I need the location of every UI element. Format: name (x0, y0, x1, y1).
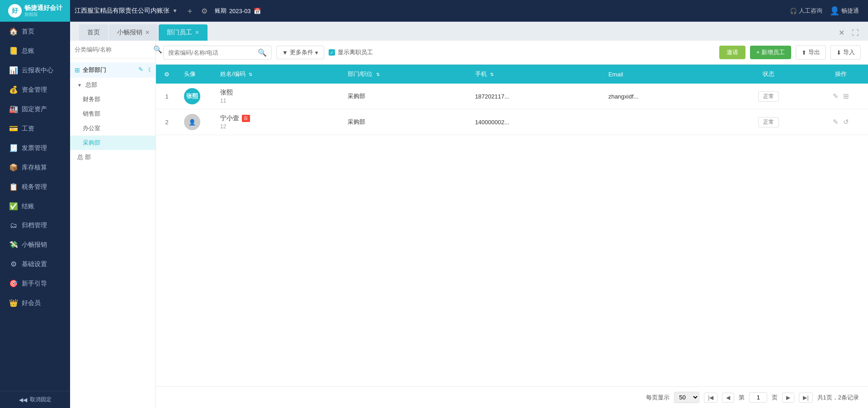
employee-table-container: ⚙ 头像 姓名/编码 ⇅ 部门/职位 ⇅ (156, 65, 868, 386)
ying-badge: 应 (242, 115, 250, 122)
tab-home[interactable]: 首页 (79, 24, 108, 41)
row-num-1: 1 (156, 84, 178, 109)
sidebar-item-expense[interactable]: 💸 小畅报销 (0, 235, 70, 254)
import-button[interactable]: ⬇ 导入 (830, 45, 861, 60)
col-actions: 操作 (814, 65, 868, 84)
tabs-bar: 首页 小畅报销 ✕ 部门员工 ✕ ✕ ⛶ (70, 22, 868, 41)
period-area: 账期 2023-03 📅 (215, 7, 261, 15)
dept-office[interactable]: 办公室 (70, 121, 156, 136)
next-page-button[interactable]: ▶ (782, 393, 794, 403)
dept-search-input[interactable] (75, 46, 151, 53)
sidebar-item-member[interactable]: 👑 好会员 (0, 293, 70, 313)
col-name[interactable]: 姓名/编码 ⇅ (214, 65, 341, 84)
window-controls: ✕ ⛶ (837, 27, 868, 41)
search-employee-icon[interactable]: 🔍 (258, 48, 267, 57)
page-size-select[interactable]: 50 100 (674, 392, 699, 403)
sidebar-bottom: ◀◀ 取消固定 (0, 391, 70, 408)
tax-icon: 📋 (9, 183, 18, 191)
user-avatar-icon: 👤 (830, 6, 840, 16)
headset-icon: 🎧 (790, 8, 797, 14)
expense-icon: 💸 (9, 240, 18, 249)
logout-icon-1[interactable]: ⊞ (843, 92, 849, 100)
email-cell-2 (602, 109, 723, 135)
add-employee-button[interactable]: + 新增员工 (750, 46, 791, 59)
status-cell-2: 正常 (723, 109, 814, 135)
sidebar-item-funds[interactable]: 💰 资金管理 (0, 80, 70, 99)
sidebar-item-guide[interactable]: 🎯 新手引导 (0, 274, 70, 293)
sidebar-item-tax[interactable]: 📋 税务管理 (0, 177, 70, 197)
action-cell-2: ✎ ↺ (814, 109, 868, 135)
phone-cell-2: 140000002... (469, 109, 602, 135)
employee-search-input[interactable] (168, 49, 255, 56)
sidebar-item-fixed-assets[interactable]: 🏭 固定资产 (0, 99, 70, 119)
dept-all[interactable]: ⊞ 全部部门 ✎ 《 (70, 62, 156, 78)
employee-search-box: 🔍 (163, 46, 272, 60)
page-input[interactable] (749, 392, 767, 403)
cancel-pin-button[interactable]: ◀◀ 取消固定 (0, 391, 70, 408)
tab-expense-close[interactable]: ✕ (145, 29, 150, 36)
prev-page-button[interactable]: ◀ (722, 393, 734, 403)
tab-dept-close[interactable]: ✕ (195, 29, 199, 36)
dept-finance[interactable]: 财务部 (70, 92, 156, 107)
logo-icon: 好 (8, 4, 22, 18)
sidebar-item-payroll[interactable]: 💳 工资 (0, 119, 70, 138)
col-phone[interactable]: 手机 ⇅ (469, 65, 602, 84)
calendar-icon[interactable]: 📅 (254, 8, 261, 14)
add-button[interactable]: ＋ (182, 5, 198, 16)
assets-icon: 🏭 (9, 105, 18, 113)
dept-head-office[interactable]: 总 部 (70, 150, 156, 164)
logo-text: 畅捷通好会计 (24, 4, 62, 12)
col-settings[interactable]: ⚙ (156, 65, 178, 84)
tab-expense[interactable]: 小畅报销 ✕ (109, 24, 158, 41)
ai-consult-button[interactable]: 🎧 人工咨询 (790, 7, 822, 15)
sidebar: 🏠 首页 📒 总账 📊 云报表中心 💰 资金管理 🏭 固定资产 💳 工资 🧾 发… (0, 22, 70, 408)
top-header: 好 畅捷通好会计 旗舰版 江西服宝精品有限责任公司内账张 ▼ ＋ ⚙ 账期 20… (0, 0, 868, 22)
sidebar-item-invoice[interactable]: 🧾 发票管理 (0, 138, 70, 158)
arrow-down-icon: ▼ (77, 83, 82, 88)
edit-icon-1[interactable]: ✎ (833, 92, 839, 100)
main-layout: 🏠 首页 📒 总账 📊 云报表中心 💰 资金管理 🏭 固定资产 💳 工资 🧾 发… (0, 22, 868, 408)
user-info[interactable]: 👤 畅捷通 (830, 6, 859, 16)
show-resigned-toggle[interactable]: ✓ 显示离职员工 (329, 48, 373, 56)
status-badge-1: 正常 (758, 91, 779, 102)
refresh-icon-2[interactable]: ↺ (843, 118, 849, 126)
checkbox-resigned[interactable]: ✓ (329, 49, 335, 56)
dept-grid-icon: ⊞ (75, 66, 80, 74)
expand-window-icon[interactable]: ⛶ (850, 27, 861, 39)
sidebar-item-inventory[interactable]: 📦 库存核算 (0, 158, 70, 177)
dept-edit-icon[interactable]: ✎ (138, 66, 143, 74)
dept-procurement[interactable]: 采购部 (70, 136, 156, 150)
avatar-cell-1: 张熙 (178, 84, 214, 109)
edit-icon-2[interactable]: ✎ (833, 118, 839, 126)
export-button[interactable]: ⬆ 导出 (796, 45, 826, 60)
first-page-button[interactable]: |◀ (704, 393, 717, 403)
sidebar-item-home[interactable]: 🏠 首页 (0, 22, 70, 41)
col-email: Email (602, 65, 723, 84)
sidebar-item-cloud-report[interactable]: 📊 云报表中心 (0, 61, 70, 80)
col-dept[interactable]: 部门/职位 ⇅ (341, 65, 469, 84)
toolbar-right: 邀请 + 新增员工 ⬆ 导出 ⬇ 导入 (719, 45, 861, 60)
settings-icon[interactable]: ⚙ (198, 7, 211, 15)
last-page-button[interactable]: ▶| (799, 393, 812, 403)
status-badge-2: 正常 (758, 117, 779, 127)
close-window-icon[interactable]: ✕ (837, 27, 846, 39)
invite-button[interactable]: 邀请 (719, 46, 745, 59)
name-cell-2: 宁小壹 应 12 (214, 109, 341, 135)
dept-headquarters[interactable]: ▼ 总部 (70, 78, 156, 92)
close-books-icon: ✅ (9, 202, 18, 211)
inventory-icon: 📦 (9, 163, 18, 172)
dept-sales[interactable]: 销售部 (70, 107, 156, 121)
sidebar-item-settings[interactable]: ⚙ 基础设置 (0, 254, 70, 274)
tab-dept-employee[interactable]: 部门员工 ✕ (159, 24, 208, 41)
col-avatar: 头像 (178, 65, 214, 84)
dept-tree: ⊞ 全部部门 ✎ 《 ▼ 总部 财务部 (70, 59, 156, 408)
dept-collapse-icon[interactable]: 《 (145, 66, 151, 74)
sidebar-item-archive[interactable]: 🗂 归档管理 (0, 216, 70, 235)
sidebar-item-ledger[interactable]: 📒 总账 (0, 41, 70, 61)
company-selector[interactable]: 江西服宝精品有限责任公司内账张 ▼ (70, 7, 182, 15)
sidebar-item-close[interactable]: ✅ 结账 (0, 197, 70, 216)
avatar-2: 👤 (184, 114, 200, 130)
filter-more-button[interactable]: ▼ 更多条件 ▾ (276, 46, 324, 59)
sort-icon2: ⇅ (376, 72, 380, 77)
pin-icon: ◀◀ (19, 397, 27, 403)
